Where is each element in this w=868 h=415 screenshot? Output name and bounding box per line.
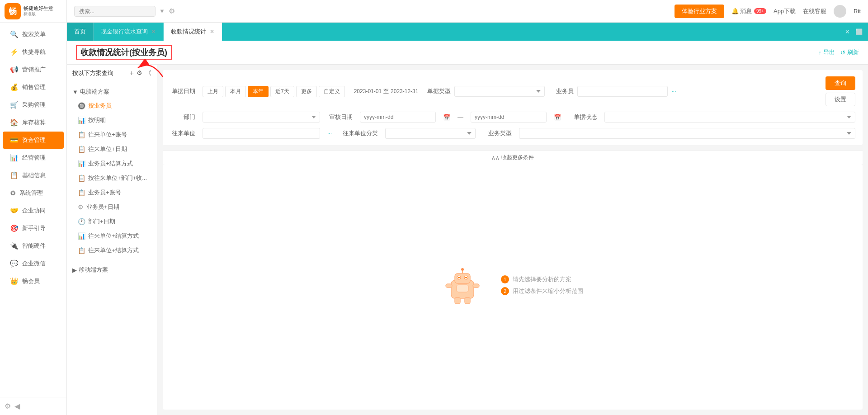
step-2-text: 用过滤条件来缩小分析范围 [513, 287, 583, 295]
mobile-group-label: 移动端方案 [79, 266, 108, 274]
panel-item-sales-settle[interactable]: 📊 业务员+结算方式 [67, 156, 157, 171]
query-btn[interactable]: 查询 [826, 76, 855, 90]
sidebar-item-hardware[interactable]: 🔌 智能硬件 [3, 237, 64, 255]
export-btn[interactable]: ↑ 导出 [819, 48, 835, 57]
collapse-btn[interactable]: ∧∧ 收起更多条件 [163, 151, 863, 164]
calendar-icon-1[interactable]: 📅 [443, 114, 450, 121]
filter-row-3: 往来单位 ··· 往来单位分类 业务类型 [170, 128, 855, 139]
panel-item-partner-settle2[interactable]: 📋 往来单位+结算方式 [67, 243, 157, 258]
sidebar-item-search[interactable]: 🔍 搜索菜单 [3, 26, 64, 43]
settings-btn[interactable]: 设置 [826, 93, 855, 106]
sidebar-item-inventory[interactable]: 🏠 库存核算 [3, 114, 64, 131]
partner-input[interactable] [203, 128, 320, 139]
biz-type-select[interactable] [519, 128, 855, 139]
panel-item-salesman[interactable]: 🔘 按业务员 [67, 99, 157, 113]
audit-date-end[interactable] [471, 112, 547, 123]
dropdown-arrow-icon[interactable]: ▼ [159, 8, 165, 14]
mobile-group: ▶ 移动端方案 [67, 260, 157, 279]
sidebar-label-sales: 销售管理 [22, 83, 46, 91]
date-btn-more[interactable]: 更多 [296, 86, 317, 97]
panel-item-label-partner-settle1: 往来单位+结算方式 [88, 232, 139, 240]
panel-item-sales-account[interactable]: 📋 业务员+账号 [67, 185, 157, 200]
sidebar-item-corp[interactable]: 🤝 企业协同 [3, 202, 64, 219]
tab-receipt[interactable]: 收款情况统计 ✕ [164, 23, 222, 41]
panel-settings-icon[interactable]: ⚙ [137, 69, 142, 77]
app-download[interactable]: App下载 [774, 7, 796, 15]
tab-bank-close[interactable]: ✕ [151, 28, 156, 35]
panel-item-partner-dept[interactable]: 📋 按往来单位+部门+收... [67, 171, 157, 185]
partner-more-btn[interactable]: ··· [327, 130, 332, 137]
tab-home[interactable]: 首页 [67, 23, 94, 41]
sidebar-item-guide[interactable]: 🎯 新手引导 [3, 220, 64, 237]
audit-date-start[interactable] [360, 112, 436, 123]
notification-badge: 99+ [754, 8, 766, 14]
page-area: 收款情况统计(按业务员) ↑ 导出 ↺ 刷新 按以下方案查询 + [67, 41, 868, 415]
desktop-group-header[interactable]: ▼ 电脑端方案 [67, 85, 157, 99]
panel-item-partner-settle1[interactable]: 📊 往来单位+结算方式 [67, 229, 157, 243]
panel-add-icon[interactable]: + [130, 69, 134, 77]
sidebar-item-wechat[interactable]: 💬 企业微信 [3, 255, 64, 272]
sidebar-item-marketing[interactable]: 📢 营销推广 [3, 61, 64, 78]
trial-btn[interactable]: 体验行业方案 [675, 5, 724, 18]
tab-receipt-close[interactable]: ✕ [210, 28, 214, 35]
tab-bank[interactable]: 现金银行流水查询 ✕ [94, 23, 164, 41]
dept-select[interactable] [203, 112, 320, 123]
date-btn-7days[interactable]: 近7天 [270, 86, 294, 97]
main-content: ▼ ⚙ 体验行业方案 🔔 消息 99+ App下载 在线客服 Rit 首页 现金… [67, 0, 868, 415]
partner-category-select[interactable] [385, 128, 476, 139]
online-service[interactable]: 在线客服 [803, 7, 826, 15]
sidebar-label-quicknav: 快捷导航 [22, 48, 46, 56]
logo-area: 畅 畅捷通好生意 标准版 [0, 0, 66, 23]
salesman-more-btn[interactable]: ··· [671, 88, 676, 94]
panel-item-sales-date[interactable]: ⚙ 业务员+日期 [67, 200, 157, 214]
sidebar-item-sales[interactable]: 💰 销售管理 [3, 79, 64, 96]
tab-receipt-label: 收款情况统计 [171, 28, 206, 36]
status-select[interactable] [604, 112, 855, 123]
salesman-input[interactable] [577, 86, 668, 97]
refresh-btn[interactable]: ↺ 刷新 [840, 48, 859, 57]
svg-rect-12 [457, 285, 468, 292]
date-btn-this-month[interactable]: 本月 [225, 86, 246, 97]
sidebar-item-operation[interactable]: 📊 经营管理 [3, 149, 64, 166]
sidebar-item-finance[interactable]: 💳 资金管理 [3, 132, 64, 149]
date-btn-this-year[interactable]: 本年 [248, 86, 269, 97]
notification-area[interactable]: 🔔 消息 99+ [731, 7, 766, 15]
panel-item-detail[interactable]: 📊 按明细 [67, 113, 157, 127]
date-btn-custom[interactable]: 自定义 [319, 86, 345, 97]
sidebar-item-basic[interactable]: 📋 基础信息 [3, 167, 64, 184]
user-name: Rit [854, 8, 861, 14]
sidebar-settings-icon[interactable]: ⚙ [5, 402, 11, 410]
sidebar-label-basic: 基础信息 [22, 171, 46, 179]
sidebar-item-system[interactable]: ⚙ 系统管理 [3, 184, 64, 202]
desktop-group: ▼ 电脑端方案 🔘 按业务员 📊 按明细 📋 往来单位+账号 [67, 82, 157, 260]
sidebar-label-purchase: 采购管理 [22, 101, 46, 109]
user-avatar[interactable] [834, 5, 846, 18]
panel-collapse-icon[interactable]: 《 [145, 69, 151, 77]
panel-item-partner-date[interactable]: 📋 往来单位+日期 [67, 142, 157, 156]
search-input[interactable] [74, 6, 156, 17]
sidebar-collapse-icon[interactable]: ◀ [14, 402, 20, 410]
window-close-icon[interactable]: ✕ [845, 28, 850, 35]
calendar-icon-2[interactable]: 📅 [554, 114, 561, 121]
top-right-actions: 🔔 消息 99+ App下载 在线客服 Rit [731, 5, 861, 18]
window-maximize-icon[interactable]: ⬜ [855, 28, 863, 35]
collapse-label: 收起更多条件 [501, 154, 534, 161]
page-title: 收款情况统计(按业务员) [76, 45, 172, 60]
type-select[interactable] [454, 86, 545, 97]
panel-item-partner-account[interactable]: 📋 往来单位+账号 [67, 127, 157, 142]
basic-icon: 📋 [10, 171, 19, 179]
type-label: 单据类型 [425, 87, 451, 95]
operation-icon: 📊 [10, 154, 19, 162]
member-icon: 👑 [10, 277, 19, 285]
sidebar-nav: 🔍 搜索菜单 ⚡ 快捷导航 📢 营销推广 💰 销售管理 🛒 采购管理 🏠 库存核… [0, 23, 66, 397]
sidebar-item-member[interactable]: 👑 畅会员 [3, 273, 64, 290]
marketing-icon: 📢 [10, 66, 19, 74]
panel-item-label-partner-date: 往来单位+日期 [88, 145, 127, 153]
dept-date-icon: 🕐 [78, 218, 85, 225]
settings-gear-icon[interactable]: ⚙ [169, 7, 175, 15]
sidebar-item-quicknav[interactable]: ⚡ 快捷导航 [3, 43, 64, 61]
mobile-group-header[interactable]: ▶ 移动端方案 [67, 263, 157, 277]
panel-item-dept-date[interactable]: 🕐 部门+日期 [67, 214, 157, 229]
sidebar-item-purchase[interactable]: 🛒 采购管理 [3, 96, 64, 113]
date-btn-last-month[interactable]: 上月 [203, 86, 223, 97]
